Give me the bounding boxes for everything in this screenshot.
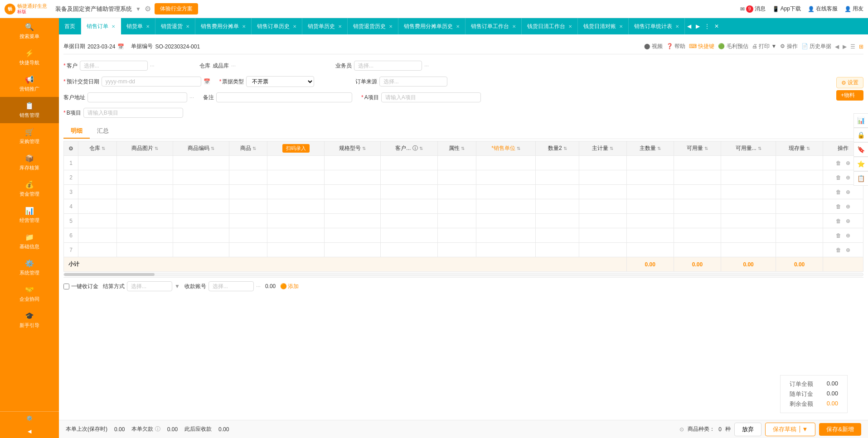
nav-next-icon[interactable]: ▶: [843, 43, 847, 50]
row-delete-icon[interactable]: 🗑: [836, 218, 841, 224]
row-spec[interactable]: [325, 228, 381, 243]
sidebar-item-guide[interactable]: 🎓 新手引导: [0, 307, 59, 333]
tab-sales-history-close[interactable]: ✕: [293, 24, 296, 29]
row-qty2[interactable]: [536, 228, 579, 243]
sidebar-item-marketing[interactable]: 📢 营销推广: [0, 71, 59, 97]
tab-sales-bill-close[interactable]: ✕: [146, 24, 150, 29]
delivery-input[interactable]: [102, 77, 201, 87]
row-copy-icon[interactable]: ⊕: [846, 232, 850, 239]
row-code[interactable]: [173, 214, 229, 228]
row-warehouse[interactable]: [78, 156, 117, 170]
tab-return-history[interactable]: 销货退货历史 ✕: [348, 18, 398, 34]
app-download-button[interactable]: 📱 App下载: [772, 5, 801, 13]
tab-cash-reconcile-close[interactable]: ✕: [619, 24, 623, 29]
row-copy-icon[interactable]: ⊕: [846, 174, 850, 181]
row-qty2[interactable]: [536, 156, 579, 170]
sidebar-item-system[interactable]: ⚙️ 系统管理: [0, 255, 59, 281]
side-tool-4[interactable]: ⭐: [853, 157, 868, 171]
tab-return-history-close[interactable]: ✕: [389, 24, 393, 29]
row-customer-code[interactable]: [380, 156, 437, 170]
one-click-payment-checkbox[interactable]: 一键收订金: [63, 283, 98, 290]
tab-sales-bill[interactable]: 销货单 ✕: [121, 18, 155, 34]
tab-sales-workbench-close[interactable]: ✕: [512, 24, 516, 29]
row-delete-icon[interactable]: 🗑: [836, 232, 841, 239]
row-main-unit[interactable]: [579, 156, 626, 170]
row-code[interactable]: [173, 243, 229, 257]
row-warehouse[interactable]: [78, 199, 117, 214]
message-button[interactable]: ✉ 9 9 消息: [740, 5, 766, 13]
row-customer-code[interactable]: [380, 185, 437, 199]
row-code[interactable]: [173, 228, 229, 243]
row-delete-icon[interactable]: 🗑: [836, 174, 841, 181]
row-attr[interactable]: [438, 228, 476, 243]
row-product[interactable]: [229, 170, 267, 185]
sidebar-item-collab[interactable]: 🤝 企业协同: [0, 281, 59, 307]
row-main-unit[interactable]: [579, 199, 626, 214]
tab-scroll-left[interactable]: ◀: [685, 23, 693, 29]
settings-icon[interactable]: ⚙: [145, 5, 151, 13]
row-main-qty[interactable]: [626, 156, 674, 170]
grid-view-icon[interactable]: ⊞: [859, 43, 863, 50]
row-action[interactable]: 🗑 ⊕: [823, 185, 863, 199]
row-code[interactable]: [173, 185, 229, 199]
tab-sales-expense[interactable]: 销售费用分摊单 ✕: [195, 18, 252, 34]
scan-button[interactable]: 扫码录入: [282, 144, 310, 153]
tab-sales-stats[interactable]: 销售订单统计表 ✕: [629, 18, 685, 34]
add-material-button[interactable]: +物料: [836, 90, 863, 101]
sidebar-item-finance[interactable]: 💰 资金管理: [0, 176, 59, 202]
invoice-select[interactable]: 不开票 增值税普通发票 增值税专用发票: [246, 76, 314, 87]
tab-sales-stats-close[interactable]: ✕: [675, 24, 679, 29]
tab-sales-workbench[interactable]: 销售订单工作台 ✕: [466, 18, 522, 34]
save-new-button[interactable]: 保存&新增: [819, 423, 861, 436]
tab-bill-history[interactable]: 销货单历史 ✕: [302, 18, 348, 34]
row-warehouse[interactable]: [78, 185, 117, 199]
row-spec[interactable]: [325, 243, 381, 257]
row-customer-code[interactable]: [380, 214, 437, 228]
row-unit[interactable]: [476, 185, 536, 199]
row-attr[interactable]: [438, 214, 476, 228]
row-attr[interactable]: [438, 170, 476, 185]
row-delete-icon[interactable]: 🗑: [836, 160, 841, 166]
row-spec[interactable]: [325, 199, 381, 214]
tab-summary[interactable]: 汇总: [90, 124, 116, 139]
table-scrollbar[interactable]: [63, 273, 863, 276]
row-attr[interactable]: [438, 243, 476, 257]
solution-button[interactable]: 体验行业方案: [155, 3, 198, 14]
address-input[interactable]: [87, 92, 187, 102]
staff-dots[interactable]: ···: [424, 63, 429, 69]
row-unit[interactable]: [476, 228, 536, 243]
row-delete-icon[interactable]: 🗑: [836, 247, 841, 253]
action-print[interactable]: 🖨 打印 ▼: [752, 43, 777, 50]
row-main-qty[interactable]: [626, 185, 674, 199]
row-attr[interactable]: [438, 185, 476, 199]
side-tool-3[interactable]: 🔖: [853, 142, 868, 157]
nav-prev-icon[interactable]: ◀: [835, 43, 839, 50]
row-action[interactable]: 🗑 ⊕: [823, 228, 863, 243]
payment-method-input[interactable]: [127, 281, 172, 291]
action-profit[interactable]: 🟢 毛利预估: [718, 43, 748, 50]
row-delete-icon[interactable]: 🗑: [836, 189, 841, 195]
row-spec[interactable]: [325, 170, 381, 185]
list-view-icon[interactable]: ☰: [850, 43, 855, 50]
tab-cash-workbench-close[interactable]: ✕: [568, 24, 572, 29]
customer-input[interactable]: [80, 61, 148, 71]
action-history[interactable]: 📄 历史单据: [801, 43, 831, 50]
row-customer-code[interactable]: [380, 228, 437, 243]
tab-expense-history-close[interactable]: ✕: [456, 24, 460, 29]
side-tool-5[interactable]: 📋: [853, 171, 868, 186]
row-action[interactable]: 🗑 ⊕: [823, 199, 863, 214]
settings-button[interactable]: ⚙ 设置: [836, 77, 863, 88]
row-main-unit[interactable]: [579, 228, 626, 243]
row-main-qty[interactable]: [626, 214, 674, 228]
tab-scroll-right[interactable]: ▶: [693, 23, 702, 29]
row-qty2[interactable]: [536, 243, 579, 257]
row-spec[interactable]: [325, 185, 381, 199]
row-spec[interactable]: [325, 156, 381, 170]
address-dots[interactable]: ···: [189, 94, 194, 101]
row-unit[interactable]: [476, 214, 536, 228]
tab-sales-order[interactable]: 销售订单 ✕: [81, 18, 121, 34]
row-main-qty[interactable]: [626, 243, 674, 257]
tab-cash-workbench[interactable]: 钱货日清工作台 ✕: [522, 18, 578, 34]
online-service-button[interactable]: 👤 在线客服: [808, 5, 838, 13]
tab-expense-history[interactable]: 销售费用分摊单历史 ✕: [398, 18, 466, 34]
